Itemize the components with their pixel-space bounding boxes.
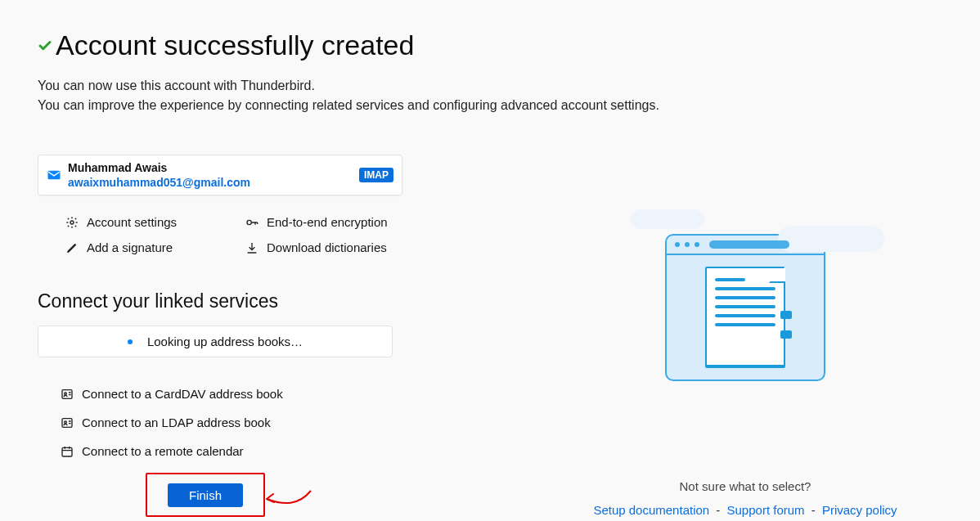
- calendar-icon: [61, 445, 74, 458]
- calendar-link[interactable]: Connect to a remote calendar: [61, 444, 496, 458]
- account-settings-option[interactable]: Account settings: [65, 215, 229, 229]
- spinner-icon: [128, 339, 133, 344]
- pencil-icon: [65, 241, 79, 254]
- svg-rect-7: [62, 447, 72, 456]
- key-icon: [245, 216, 258, 229]
- ldap-link[interactable]: Connect to an LDAP address book: [61, 415, 496, 429]
- svg-point-4: [65, 393, 67, 395]
- check-icon: [38, 38, 52, 53]
- protocol-badge: IMAP: [359, 168, 393, 182]
- calendar-label: Connect to a remote calendar: [82, 444, 244, 458]
- svg-point-2: [247, 220, 251, 224]
- arrow-annotation: [263, 489, 312, 509]
- finish-button[interactable]: Finish: [168, 483, 243, 507]
- carddav-icon: [61, 388, 74, 401]
- account-settings-label: Account settings: [87, 215, 177, 229]
- separator: -: [716, 503, 720, 517]
- gear-icon: [65, 216, 79, 229]
- setup-doc-link[interactable]: Setup documentation: [593, 503, 709, 517]
- encryption-label: End-to-end encryption: [267, 215, 388, 229]
- lookup-status: Looking up address books…: [38, 326, 393, 357]
- dictionaries-option[interactable]: Download dictionaries: [245, 240, 496, 254]
- signature-label: Add a signature: [87, 240, 173, 254]
- svg-point-1: [70, 221, 74, 224]
- separator: -: [811, 503, 816, 517]
- intro-line-1: You can now use this account with Thunde…: [38, 76, 942, 96]
- carddav-link[interactable]: Connect to a CardDAV address book: [61, 387, 496, 401]
- ldap-label: Connect to an LDAP address book: [82, 415, 271, 429]
- dictionaries-label: Download dictionaries: [267, 240, 387, 254]
- signature-option[interactable]: Add a signature: [65, 240, 229, 254]
- privacy-policy-link[interactable]: Privacy policy: [822, 503, 897, 517]
- illustration: [606, 201, 884, 414]
- linked-services-heading: Connect your linked services: [38, 290, 496, 312]
- ldap-icon: [61, 416, 74, 429]
- svg-point-6: [65, 421, 67, 424]
- account-card: Muhammad Awais awaixmuhammad051@gmail.co…: [38, 155, 402, 195]
- account-name: Muhammad Awais: [68, 160, 359, 175]
- help-question: Not sure what to select?: [680, 479, 811, 493]
- intro-line-2: You can improve the experience by connec…: [38, 96, 942, 115]
- mail-icon: [47, 168, 61, 182]
- lookup-text: Looking up address books…: [147, 335, 303, 348]
- account-email[interactable]: awaixmuhammad051@gmail.com: [68, 175, 359, 190]
- carddav-label: Connect to a CardDAV address book: [82, 387, 283, 401]
- support-forum-link[interactable]: Support forum: [727, 503, 805, 517]
- page-title: Account successfully created: [56, 29, 414, 61]
- download-icon: [245, 241, 258, 254]
- encryption-option[interactable]: End-to-end encryption: [245, 215, 496, 229]
